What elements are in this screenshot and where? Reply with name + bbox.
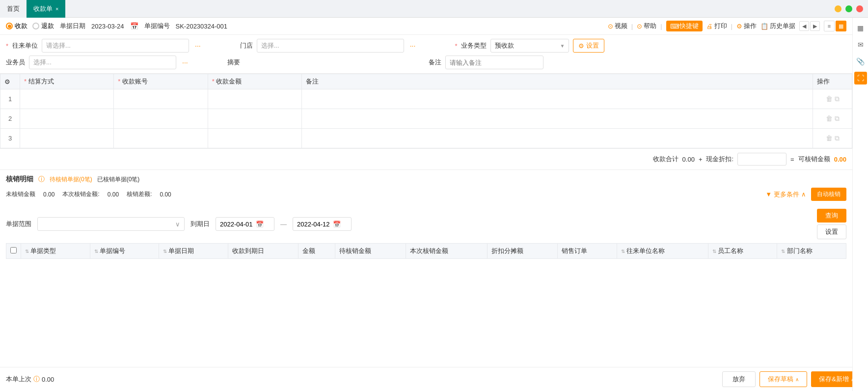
verify-diff-value: 0.00	[160, 191, 171, 198]
due-date-label: 到期日	[190, 220, 210, 228]
sidebar-mail-icon[interactable]: ✉	[854, 38, 867, 51]
nav-next[interactable]: ▶	[810, 21, 820, 31]
sidebar-clip-icon[interactable]: 📎	[854, 55, 867, 68]
verify-completed-tab[interactable]: 已核销单据(0笔)	[97, 175, 140, 184]
counterpart-more-icon[interactable]: ···	[193, 42, 203, 50]
notes-input[interactable]	[445, 56, 543, 69]
summary-input[interactable]	[244, 59, 391, 66]
receipt-table: ⚙ * 结算方式 * 收款账号 * 收款金额	[0, 74, 852, 148]
radio-receipt-label: 收款	[15, 22, 27, 30]
counterpart-input[interactable]: 请选择...	[42, 39, 189, 53]
filter-icon: ▼	[765, 191, 772, 198]
row-1-account[interactable]	[114, 89, 208, 109]
caret-icon: ∧	[801, 191, 806, 198]
tab-home-label: 首页	[7, 4, 20, 13]
row-2-account[interactable]	[114, 109, 208, 129]
row-3-action: 🗑 ⧉	[813, 129, 852, 148]
row-2-delete-icon[interactable]: 🗑	[826, 114, 833, 123]
view-grid[interactable]: ▦	[836, 21, 846, 31]
row-3-amount[interactable]	[208, 129, 301, 148]
row-2-num: 2	[0, 109, 20, 129]
row-3-copy-icon[interactable]: ⧉	[835, 134, 840, 142]
col-discount-header: 折扣分摊额	[487, 244, 557, 259]
radio-refund[interactable]: 退款	[32, 22, 54, 30]
discard-btn[interactable]: 放弃	[722, 371, 756, 387]
form-row-2: 业务员 选择... ··· 摘要 备注	[6, 56, 846, 69]
tab-current[interactable]: 收款单 ×	[27, 0, 65, 18]
calendar-from-icon: 📅	[256, 221, 264, 228]
form-settings-btn[interactable]: ⚙ 设置	[573, 39, 604, 53]
salesperson-more-icon[interactable]: ···	[180, 58, 190, 66]
more-conditions-btn[interactable]: ▼ 更多条件 ∧	[765, 190, 806, 199]
shortcut-btn[interactable]: ⌨ 快捷键	[666, 21, 703, 31]
query-btn[interactable]: 查询	[817, 209, 846, 223]
row-1-amount[interactable]	[208, 89, 301, 109]
row-3-delete-icon[interactable]: 🗑	[826, 134, 833, 142]
radio-receipt[interactable]: 收款	[6, 22, 27, 30]
unverified-value: 0.00	[43, 191, 54, 198]
date-from-input[interactable]: 2022-04-01 📅	[216, 217, 274, 231]
col-sales-order-header: 销售订单	[558, 244, 617, 259]
sidebar-table-icon[interactable]: ▦	[854, 22, 867, 34]
row-1-notes[interactable]	[302, 89, 813, 109]
row-3-notes[interactable]	[302, 129, 813, 148]
current-verify-label: 本次核销金额:	[62, 190, 99, 198]
total-label: 收款合计	[653, 155, 678, 164]
store-input[interactable]: 选择...	[257, 39, 404, 53]
tab-close-icon[interactable]: ×	[55, 6, 58, 12]
row-1-method[interactable]	[20, 89, 114, 109]
window-close-btn[interactable]	[856, 5, 863, 12]
equals-sign: =	[790, 156, 794, 163]
date-to-value: 2022-04-12	[297, 221, 330, 228]
row-3-method[interactable]	[20, 129, 114, 148]
calendar-icon[interactable]: 📅	[130, 22, 138, 30]
footer-info-label: 本单上次	[6, 375, 31, 384]
discount-label: 现金折扣:	[706, 155, 733, 164]
operation-action[interactable]: ⚙ 操作	[736, 22, 757, 30]
discount-input[interactable]	[737, 153, 787, 166]
plus-sign: +	[699, 156, 703, 163]
verified-label: 可核销金额	[798, 155, 830, 164]
print-action[interactable]: 🖨 打印	[706, 22, 727, 30]
print-icon: 🖨	[706, 23, 713, 30]
select-all-checkbox[interactable]	[10, 247, 17, 253]
date-to-input[interactable]: 2022-04-12 📅	[293, 217, 352, 231]
business-type-select[interactable]: 预收款 ▼	[490, 39, 569, 53]
counterpart-label: 往来单位	[12, 41, 38, 50]
store-more-icon[interactable]: ···	[408, 42, 418, 50]
verify-stats-row: 未核销金额 0.00 本次核销金额: 0.00 核销差额: 0.00 ▼ 更多条…	[6, 188, 846, 201]
view-list[interactable]: ≡	[824, 21, 835, 31]
business-type-value: 预收款	[495, 41, 514, 50]
draft-btn[interactable]: 保存草稿 ∧	[760, 371, 807, 387]
col-notes-header: 备注	[302, 74, 813, 89]
save-btn-label: 保存&新增	[819, 375, 849, 384]
row-3-account[interactable]	[114, 129, 208, 148]
row-2-copy-icon[interactable]: ⧉	[835, 114, 840, 123]
video-action[interactable]: ⊙ 视频	[608, 22, 627, 30]
window-minimize-btn[interactable]	[835, 5, 841, 12]
window-maximize-btn[interactable]	[845, 5, 852, 12]
row-2-notes[interactable]	[302, 109, 813, 129]
range-select[interactable]: ∨	[37, 217, 185, 231]
filter-settings-btn[interactable]: 设置	[817, 224, 846, 239]
row-1-delete-icon[interactable]: 🗑	[826, 95, 833, 103]
row-2-method[interactable]	[20, 109, 114, 129]
auto-verify-btn[interactable]: 自动核销	[811, 188, 846, 201]
row-1-copy-icon[interactable]: ⧉	[835, 95, 840, 103]
row-2-amount[interactable]	[208, 109, 301, 129]
salesperson-input[interactable]: 选择...	[29, 56, 176, 69]
history-action[interactable]: 📋 历史单据	[760, 22, 795, 30]
verify-pending-tab[interactable]: 待核销单据(0笔)	[50, 175, 92, 184]
tab-home[interactable]: 首页	[0, 0, 27, 18]
row-2-action: 🗑 ⧉	[813, 109, 852, 129]
col-date-header: ⇅ 单据日期	[159, 244, 228, 259]
col-settings-header[interactable]: ⚙	[0, 74, 20, 89]
verify-info-icon[interactable]: ⓘ	[38, 175, 45, 184]
sidebar-screen-icon[interactable]: ⛶	[854, 72, 867, 84]
number-label: 单据编号	[144, 22, 170, 30]
help-action[interactable]: ⊙ 帮助	[637, 22, 656, 30]
footer-info-icon[interactable]: ⓘ	[33, 375, 40, 384]
settings-gear-icon: ⚙	[578, 42, 584, 50]
nav-prev[interactable]: ◀	[799, 21, 809, 31]
footer: 本单上次 ⓘ 0.00 放弃 保存草稿 ∧ 保存&新增 ∧	[0, 367, 868, 391]
